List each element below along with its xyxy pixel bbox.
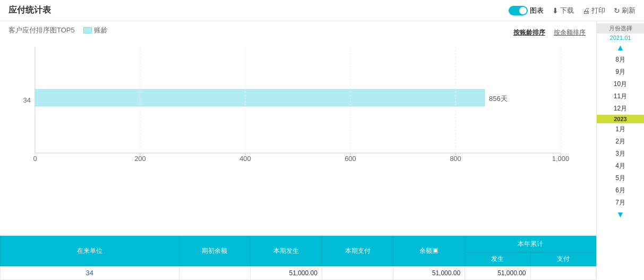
bar-chart: 34 856天 0 200 400 600 <box>8 41 571 174</box>
cell-unit: 34 <box>1 266 179 280</box>
download-icon: ⬇ <box>552 6 559 15</box>
svg-text:856天: 856天 <box>489 95 508 103</box>
legend-item-top5: 客户应付排序图TOP5 <box>8 26 75 35</box>
svg-text:0: 0 <box>33 155 37 163</box>
sidebar-scroll-down[interactable]: ▼ <box>597 209 644 220</box>
cell-current-occ: 51,000.00 <box>251 266 322 280</box>
col-cum-occ: 发生 <box>465 252 530 266</box>
col-unit: 在来单位 <box>1 236 179 266</box>
svg-text:400: 400 <box>239 155 251 163</box>
svg-text:34: 34 <box>23 96 31 104</box>
col-current-occ: 本期发生 <box>251 236 322 266</box>
cell-current-pay <box>322 266 393 280</box>
download-button[interactable]: ⬇ 下载 <box>552 6 574 15</box>
sidebar-month-7[interactable]: 7月 <box>597 197 644 209</box>
sidebar-month-2[interactable]: 2月 <box>597 135 644 148</box>
col-cum-pay: 支付 <box>530 252 596 266</box>
print-icon: 🖨 <box>582 6 590 15</box>
sidebar-month-4[interactable]: 4月 <box>597 160 644 172</box>
table-row: 34 51,000.00 51,000.00 51,000.00 <box>1 266 596 280</box>
legend-item-aging: 账龄 <box>83 26 108 35</box>
year-divider-2023: 2023 <box>597 115 644 123</box>
sidebar-year-label: 月份选择 <box>597 23 644 33</box>
svg-rect-3 <box>35 89 485 106</box>
cell-cum-occ: 51,000.00 <box>465 266 530 280</box>
sidebar-month-12[interactable]: 12月 <box>597 103 644 115</box>
sort-by-amount-btn[interactable]: 按余额排序 <box>552 27 588 38</box>
sidebar-month-1[interactable]: 1月 <box>597 123 644 135</box>
sort-by-balance-btn[interactable]: 按账龄排序 <box>511 27 547 38</box>
col-opening: 期初余额 <box>179 236 251 266</box>
sidebar-month-11[interactable]: 11月 <box>597 90 644 103</box>
cell-balance: 51,000.00 <box>393 266 465 280</box>
chart-toggle-label: 图表 <box>530 6 544 15</box>
legend-box-aging <box>83 27 92 33</box>
svg-text:600: 600 <box>345 155 356 163</box>
col-current-pay: 本期支付 <box>322 236 393 266</box>
svg-text:800: 800 <box>450 155 461 163</box>
chart-toggle[interactable] <box>509 6 528 15</box>
sidebar-month-9[interactable]: 9月 <box>597 66 644 78</box>
sidebar-scroll-up[interactable]: ▲ <box>597 42 644 54</box>
chart-section: 客户应付排序图TOP5 账龄 按账龄排序 按余额排序 <box>0 21 596 235</box>
chart-controls: 按账龄排序 按余额排序 <box>511 27 588 38</box>
svg-text:1,000: 1,000 <box>552 155 570 163</box>
col-balance: 余额▣ <box>393 236 465 266</box>
refresh-button[interactable]: ↻ 刷新 <box>614 6 636 15</box>
header-actions: 图表 ⬇ 下载 🖨 打印 ↻ 刷新 <box>509 6 636 15</box>
table-section: 在来单位 期初余额 本期发生 本期支付 余额▣ 本年累计 发生 支付 <box>0 235 596 280</box>
chart-toggle-group[interactable]: 图表 <box>509 6 544 15</box>
svg-text:200: 200 <box>134 155 146 163</box>
chart-legend: 客户应付排序图TOP5 账龄 <box>8 26 108 35</box>
cell-opening <box>179 266 251 280</box>
sidebar-month-3[interactable]: 3月 <box>597 148 644 160</box>
month-sidebar: 月份选择 2021.01 ▲ 8月 9月 10月 11月 12月 2023 1月… <box>596 21 644 280</box>
cell-cum-pay <box>530 266 596 280</box>
refresh-icon: ↻ <box>614 6 620 15</box>
col-cumulative: 本年累计 <box>465 236 596 252</box>
sidebar-year-value[interactable]: 2021.01 <box>597 33 644 42</box>
print-button[interactable]: 🖨 打印 <box>582 6 605 15</box>
sidebar-month-5[interactable]: 5月 <box>597 172 644 184</box>
sidebar-month-8[interactable]: 8月 <box>597 54 644 66</box>
sidebar-month-6[interactable]: 6月 <box>597 184 644 197</box>
unit-link[interactable]: 34 <box>86 269 93 277</box>
page-title: 应付统计表 <box>8 5 51 16</box>
sidebar-month-10[interactable]: 10月 <box>597 78 644 90</box>
